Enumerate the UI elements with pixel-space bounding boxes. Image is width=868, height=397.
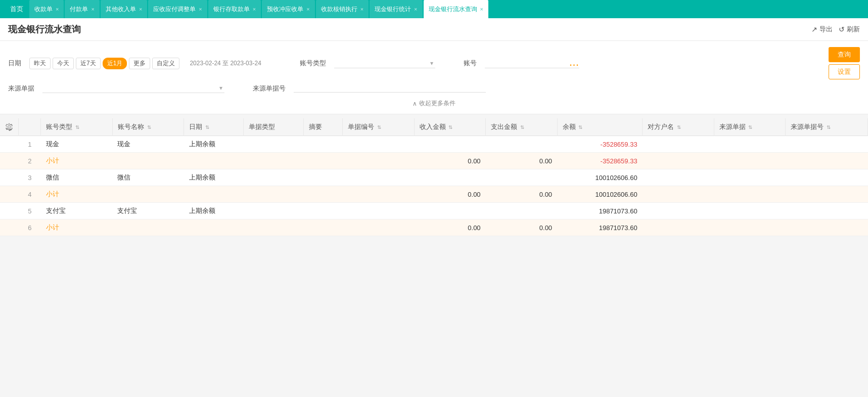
tab-receipt[interactable]: 收款单 × [29, 0, 64, 18]
counterparty-header[interactable]: 对方户名 ⇅ [643, 118, 714, 136]
row-account-name [112, 219, 184, 236]
row-balance: 19871073.60 [557, 219, 643, 236]
tab-bank-deposit[interactable]: 银行存取款单 × [208, 0, 261, 18]
close-icon[interactable]: × [360, 6, 363, 12]
row-source-doc-no [786, 219, 868, 236]
close-icon[interactable]: × [414, 6, 417, 12]
row-gear [0, 169, 19, 186]
row-gear [0, 186, 19, 203]
account-type-select[interactable]: ▾ [334, 59, 435, 68]
date-btn-custom[interactable]: 自定义 [152, 58, 179, 69]
source-doc-select[interactable]: ▾ [42, 83, 224, 93]
row-balance: 19871073.60 [557, 203, 643, 219]
close-icon[interactable]: × [91, 6, 94, 12]
row-date: 上期余额 [184, 136, 244, 153]
row-account-type: 微信 [41, 169, 113, 186]
tab-cash-flow-query[interactable]: 现金银行流水查询 × [424, 0, 488, 18]
source-doc-no-header[interactable]: 来源单据号 ⇅ [786, 118, 868, 136]
close-icon[interactable]: × [253, 6, 256, 12]
row-summary [304, 219, 343, 236]
source-doc-label: 来源单据 [8, 84, 34, 93]
row-doc-no [343, 169, 415, 186]
home-tab[interactable]: 首页 [4, 5, 29, 14]
row-income [414, 203, 486, 219]
row-gear [0, 153, 19, 169]
close-icon[interactable]: × [306, 6, 309, 12]
chevron-down-icon: ▾ [430, 60, 433, 67]
close-icon[interactable]: × [199, 6, 202, 12]
row-date [184, 219, 244, 236]
date-buttons: 昨天 今天 近7天 近1月 更多 自定义 [29, 58, 179, 69]
date-header[interactable]: 日期 ⇅ [184, 118, 244, 136]
sort-icon: ⇅ [205, 124, 209, 130]
source-doc-header[interactable]: 来源单据 ⇅ [714, 118, 786, 136]
table-row[interactable]: 6 小计 0.00 0.00 19871073.60 [0, 219, 868, 236]
sort-icon: ⇅ [520, 124, 524, 130]
tab-other-income[interactable]: 其他收入单 × [101, 0, 147, 18]
expense-header[interactable]: 支出金额 ⇅ [486, 118, 558, 136]
date-btn-1month[interactable]: 近1月 [103, 58, 127, 69]
row-doc-type [244, 186, 304, 203]
account-type-header[interactable]: 账号类型 ⇅ [41, 118, 113, 136]
settings-button[interactable]: 设置 [829, 64, 860, 79]
chevron-down-icon: ▾ [219, 84, 222, 92]
date-btn-yesterday[interactable]: 昨天 [29, 58, 51, 69]
table-row[interactable]: 2 小计 0.00 0.00 -3528659.33 [0, 153, 868, 169]
gear-column-header[interactable] [0, 118, 19, 136]
row-num-header [19, 118, 41, 136]
income-header[interactable]: 收入金额 ⇅ [414, 118, 486, 136]
balance-header[interactable]: 余额 ⇅ [557, 118, 643, 136]
tab-advance-offset[interactable]: 预收冲应收单 × [262, 0, 314, 18]
table-row[interactable]: 3 微信 微信 上期余额 100102606.60 [0, 169, 868, 186]
refresh-button[interactable]: ↺ 刷新 [839, 25, 860, 34]
tab-ar-ap-adjust[interactable]: 应收应付调整单 × [148, 0, 207, 18]
date-btn-7days[interactable]: 近7天 [76, 58, 101, 69]
table-row[interactable]: 4 小计 0.00 0.00 100102606.60 [0, 186, 868, 203]
collapse-bar[interactable]: ∧ 收起更多条件 [8, 97, 860, 110]
row-income: 0.00 [414, 219, 486, 236]
row-summary [304, 153, 343, 169]
row-summary [304, 186, 343, 203]
row-summary [304, 136, 343, 153]
account-type-label: 账号类型 [300, 59, 326, 68]
query-button[interactable]: 查询 [829, 47, 860, 62]
row-gear [0, 219, 19, 236]
row-account-name: 支付宝 [112, 203, 184, 219]
row-date: 上期余额 [184, 203, 244, 219]
row-expense: 0.00 [486, 186, 558, 203]
row-source-doc [714, 219, 786, 236]
close-icon[interactable]: × [56, 6, 59, 12]
row-account-type: 小计 [41, 153, 113, 169]
account-name-header[interactable]: 账号名称 ⇅ [112, 118, 184, 136]
tab-receipt-verify[interactable]: 收款核销执行 × [316, 0, 369, 18]
sort-icon: ⇅ [75, 124, 79, 130]
row-source-doc [714, 153, 786, 169]
row-doc-no [343, 203, 415, 219]
data-table-wrap: 账号类型 ⇅ 账号名称 ⇅ 日期 ⇅ 单据类型 摘要 单据编 [0, 118, 868, 236]
tab-payment[interactable]: 付款单 × [65, 0, 99, 18]
export-button[interactable]: ↗ 导出 [811, 25, 833, 34]
doc-type-header[interactable]: 单据类型 [244, 118, 304, 136]
table-row[interactable]: 5 支付宝 支付宝 上期余额 19871073.60 [0, 203, 868, 219]
row-doc-type [244, 136, 304, 153]
close-icon[interactable]: × [139, 6, 142, 12]
table-row[interactable]: 1 现金 现金 上期余额 -3528659.33 [0, 136, 868, 153]
source-doc-num-input[interactable] [294, 84, 486, 92]
summary-header: 摘要 [304, 118, 343, 136]
action-buttons: 查询 设置 [829, 47, 860, 79]
row-source-doc-no [786, 153, 868, 169]
row-expense [486, 136, 558, 153]
sort-icon: ⇅ [377, 124, 381, 130]
row-expense: 0.00 [486, 219, 558, 236]
page-header: 现金银行流水查询 ↗ 导出 ↺ 刷新 [0, 18, 868, 41]
date-btn-today[interactable]: 今天 [53, 58, 74, 69]
doc-no-header[interactable]: 单据编号 ⇅ [343, 118, 415, 136]
tab-cash-stats[interactable]: 现金银行统计 × [370, 0, 422, 18]
row-account-type: 小计 [41, 219, 113, 236]
account-input[interactable] [485, 59, 570, 67]
close-icon[interactable]: × [480, 6, 483, 12]
gear-icon[interactable] [5, 123, 13, 131]
date-btn-more[interactable]: 更多 [129, 58, 150, 69]
row-date [184, 153, 244, 169]
account-dots[interactable]: ... [570, 59, 579, 68]
